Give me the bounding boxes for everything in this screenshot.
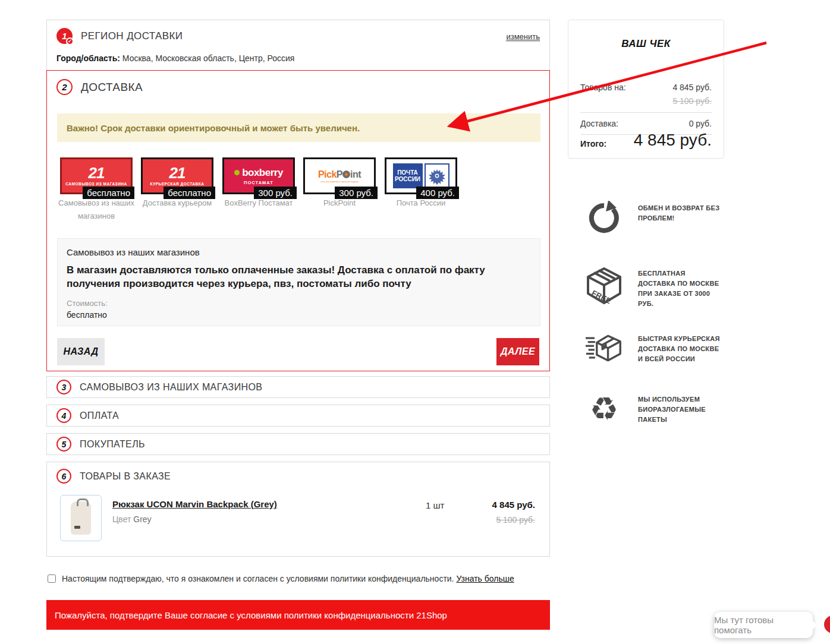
boxberry-label: BoxBerry Постамат (214, 197, 303, 210)
selected-delivery-description: В магазин доставляются только оплаченные… (67, 263, 507, 291)
product-old-price: 5 100 руб. (496, 515, 535, 525)
delivery-warning-text: Важно! Срок доставки ориентировочный и м… (67, 123, 360, 133)
section-customer-title: ПОКУПАТЕЛЬ (80, 439, 145, 450)
cost-value: бесплатно (67, 310, 531, 320)
recycle-icon: ♻ (586, 392, 622, 427)
exchange-arrows-icon (586, 201, 622, 235)
delivery-warning-banner: Важно! Срок доставки ориентировочный и м… (57, 113, 540, 142)
section-delivery-title: ДОСТАВКА (81, 81, 143, 94)
delivery-option-russian-post[interactable]: ПОЧТА РОССИИ 400 руб. (385, 157, 457, 194)
fast-delivery-icon (586, 332, 622, 365)
receipt-delivery-label: Доставка: (580, 119, 618, 128)
section-store-pickup[interactable]: 3 САМОВЫВОЗ ИЗ НАШИХ МАГАЗИНОВ (46, 376, 550, 398)
check-icon: ✓ (66, 37, 74, 45)
delivery-option-pickpoint[interactable]: PickPint сеть постаматов и пунктов выдач… (303, 157, 376, 194)
benefit-fast-courier: БЫСТРАЯ КУРЬЕРСКАЯ ДОСТАВКА ПО МОСКВЕ И … (586, 332, 725, 365)
region-label: Город/область: (56, 53, 120, 63)
step-2-number: 2 (62, 82, 67, 92)
product-quantity: 1 шт (426, 500, 444, 510)
courier-21shop-logo[interactable]: 21 КУРЬЕРСКАЯ ДОСТАВКА бесплатно (141, 157, 213, 194)
consent-checkbox[interactable] (48, 574, 56, 583)
boxberry-dot-icon (234, 170, 240, 175)
delivery-option-courier[interactable]: 21 КУРЬЕРСКАЯ ДОСТАВКА бесплатно (141, 157, 213, 194)
next-button[interactable]: ДАЛЕЕ (496, 338, 539, 365)
boxberry-logo[interactable]: boxberry ПОСТАМАТ 300 руб. (222, 157, 295, 194)
pickpoint-label: PickPoint (295, 197, 384, 210)
product-title-link[interactable]: Рюкзак UCON Marvin Backpack (Grey) (112, 499, 277, 509)
step-6-badge: 6 (56, 469, 71, 484)
product-price: 4 845 руб. (492, 500, 535, 510)
receipt-divider (580, 112, 712, 113)
back-button[interactable]: НАЗАД (57, 338, 105, 365)
section-order-items: 6 ТОВАРЫ В ЗАКАЗЕ Рюкзак UCON Marvin Bac… (46, 462, 550, 557)
russian-post-eagle-icon (425, 163, 449, 188)
section-payment-title: ОПЛАТА (80, 411, 119, 421)
consent-alert-banner: Пожалуйста, подтвердите Ваше согласие с … (46, 600, 550, 630)
change-region-link[interactable]: изменить (506, 32, 540, 42)
consent-row: Настоящим подтверждаю, что я ознакомлен … (48, 574, 514, 583)
product-color: Цвет Grey (112, 514, 152, 524)
step-2-badge: 2 (56, 79, 73, 95)
receipt-total-label: Итого: (580, 139, 606, 149)
pickpoint-logo[interactable]: PickPint сеть постаматов и пунктов выдач… (303, 157, 376, 194)
russian-post-logo[interactable]: ПОЧТА РОССИИ 400 руб. (385, 157, 457, 194)
chat-helper-text: Мы тут готовы помогать (714, 615, 813, 635)
section-region: 1 ✓ РЕГИОН ДОСТАВКИ изменить Город/облас… (46, 20, 550, 71)
delivery-option-boxberry[interactable]: boxberry ПОСТАМАТ 300 руб. (222, 157, 295, 194)
cost-label: Стоимость: (67, 299, 531, 308)
delivery-option-pickup[interactable]: 21 САМОВЫВОЗ ИЗ МАГАЗИНА бесплатно (60, 157, 133, 194)
receipt-panel: ВАШ ЧЕК Товаров на: 4 845 руб. 5 100 руб… (568, 20, 724, 159)
selected-delivery-info: Самовывоз из наших магазинов В магазин д… (57, 238, 540, 326)
section-region-title: РЕГИОН ДОСТАВКИ (81, 30, 183, 42)
receipt-delivery-value: 0 руб. (689, 119, 712, 128)
step-3-badge: 3 (56, 380, 71, 394)
benefit-exchange: ОБМЕН И ВОЗВРАТ БЕЗ ПРОБЛЕМ! (586, 201, 725, 235)
step-4-badge: 4 (56, 408, 71, 423)
section-delivery: 2 ДОСТАВКА Важно! Срок доставки ориентир… (46, 70, 550, 371)
benefit-biodegradable: ♻ МЫ ИСПОЛЬЗУЕМ БИОРАЗЛОГАЕМЫЕ ПАКЕТЫ (586, 392, 725, 427)
courier-label: Доставка курьером (133, 197, 222, 210)
region-value-line: Город/область: Москва, Московская област… (56, 53, 294, 63)
section-customer[interactable]: 5 ПОКУПАТЕЛЬ (46, 433, 550, 455)
pickup-21shop-logo[interactable]: 21 САМОВЫВОЗ ИЗ МАГАЗИНА бесплатно (60, 157, 133, 194)
section-payment[interactable]: 4 ОПЛАТА (46, 405, 550, 427)
step-1-badge: 1 ✓ (56, 28, 73, 44)
russian-post-label: Почта России (376, 197, 466, 210)
benefit-free-delivery: FREE БЕСПЛАТНАЯ ДОСТАВКА ПО МОСКВЕ ПРИ З… (586, 266, 725, 309)
receipt-items-label: Товаров на: (580, 83, 626, 92)
product-thumbnail[interactable] (60, 495, 102, 541)
section-store-pickup-title: САМОВЫВОЗ ИЗ НАШИХ МАГАЗИНОВ (80, 382, 262, 393)
learn-more-link[interactable]: Узнать больше (456, 574, 514, 583)
backpack-image (71, 501, 91, 535)
consent-text: Настоящим подтверждаю, что я ознакомлен … (62, 574, 514, 583)
section-order-items-title: ТОВАРЫ В ЗАКАЗЕ (80, 471, 171, 482)
region-value: Москва, Московская область, Центр, Росси… (122, 53, 295, 63)
receipt-items-value: 4 845 руб. (672, 83, 712, 92)
consent-alert-text: Пожалуйста, подтвердите Ваше согласие с … (55, 610, 447, 620)
pickup-label: Самовывоз из наших магазинов (52, 197, 141, 223)
step-5-badge: 5 (56, 437, 71, 452)
chat-helper-bubble[interactable]: Мы тут готовы помогать (714, 612, 813, 638)
checkout-page: 1 ✓ РЕГИОН ДОСТАВКИ изменить Город/облас… (0, 0, 830, 644)
selected-delivery-title: Самовывоз из наших магазинов (67, 247, 531, 257)
free-box-icon: FREE (586, 266, 622, 305)
chat-launcher-button[interactable] (824, 615, 830, 633)
receipt-title: ВАШ ЧЕК (568, 38, 724, 50)
pickpoint-o-icon (342, 171, 350, 178)
receipt-items-old-value: 5 100 руб. (672, 96, 712, 106)
receipt-total-value: 4 845 руб. (634, 131, 712, 150)
